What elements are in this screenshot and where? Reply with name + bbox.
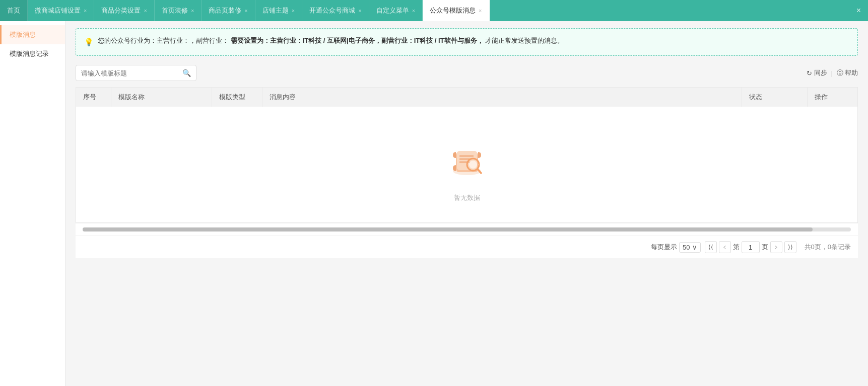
- col-name: 模版名称: [111, 88, 212, 107]
- empty-text: 暂无数据: [454, 193, 480, 202]
- nav-tab-home-decoration[interactable]: 首页装修 ×: [155, 0, 202, 21]
- nav-tab-home[interactable]: 首页: [0, 0, 28, 21]
- prev-page-button[interactable]: ﹤: [719, 241, 731, 253]
- first-page-button[interactable]: ⟨⟨: [705, 241, 717, 253]
- next-page-button[interactable]: ﹥: [770, 241, 782, 253]
- top-nav: 首页 微商城店铺设置 × 商品分类设置 × 首页装修 × 商品页装修 × 店铺主…: [0, 0, 868, 21]
- close-all-tabs-button[interactable]: ×: [849, 0, 868, 21]
- page-size-dropdown[interactable]: 50 ∨: [679, 242, 700, 253]
- notice-box: 💡 您的公众号行业为：主营行业：，副营行业： 需要设置为：主营行业：IT科技 /…: [76, 28, 858, 56]
- close-tab-category-settings[interactable]: ×: [144, 8, 147, 14]
- close-tab-product-decoration[interactable]: ×: [244, 8, 247, 14]
- sidebar: 模版消息 模版消息记录: [0, 21, 65, 386]
- col-type: 模版类型: [212, 88, 262, 107]
- data-table: 序号 模版名称 模版类型 消息内容 状态 操作: [76, 87, 858, 223]
- nav-tab-product-decoration[interactable]: 商品页装修 ×: [202, 0, 255, 21]
- scrollbar-thumb[interactable]: [83, 227, 813, 231]
- empty-state: 暂无数据: [76, 107, 857, 222]
- close-tab-template-message[interactable]: ×: [479, 8, 482, 14]
- table-header-row: 序号 模版名称 模版类型 消息内容 状态 操作: [76, 88, 858, 107]
- col-content: 消息内容: [262, 88, 742, 107]
- sidebar-item-template-msg[interactable]: 模版消息: [0, 25, 65, 44]
- help-button[interactable]: ⓪ 帮助: [837, 68, 858, 78]
- sync-button[interactable]: ↻ 同步: [807, 68, 827, 78]
- close-tab-open-mall[interactable]: ×: [358, 8, 361, 14]
- search-actions: ↻ 同步 | ⓪ 帮助: [807, 68, 858, 78]
- search-box[interactable]: 🔍: [76, 65, 196, 81]
- close-tab-home-decoration[interactable]: ×: [191, 8, 194, 14]
- close-tab-store-settings[interactable]: ×: [84, 8, 87, 14]
- content-area: 💡 您的公众号行业为：主营行业：，副营行业： 需要设置为：主营行业：IT科技 /…: [65, 21, 868, 386]
- page-navigation: ⟨⟨ ﹤ 第 页 ﹥ ⟩⟩: [705, 241, 796, 253]
- empty-state-row: 暂无数据: [76, 107, 858, 223]
- close-tab-store-theme[interactable]: ×: [292, 8, 295, 14]
- pagination: 每页显示 50 ∨ ⟨⟨ ﹤ 第 页 ﹥ ⟩⟩ 共0页，0条记录: [76, 236, 858, 258]
- nav-tab-store-theme[interactable]: 店铺主题 ×: [255, 0, 302, 21]
- search-input[interactable]: [81, 69, 182, 77]
- close-tab-custom-menu[interactable]: ×: [412, 8, 415, 14]
- svg-point-7: [469, 161, 477, 169]
- divider: |: [831, 69, 833, 77]
- notice-icon: 💡: [84, 36, 94, 48]
- nav-tab-custom-menu[interactable]: 自定义菜单 ×: [369, 0, 423, 21]
- horizontal-scrollbar[interactable]: [76, 223, 858, 236]
- main-layout: 模版消息 模版消息记录 💡 您的公众号行业为：主营行业：，副营行业： 需要设置为…: [0, 21, 868, 386]
- page-number-input[interactable]: [742, 241, 760, 253]
- nav-tab-open-mall[interactable]: 开通公众号商城 ×: [302, 0, 369, 21]
- nav-tab-store-settings[interactable]: 微商城店铺设置 ×: [28, 0, 94, 21]
- search-bar: 🔍 ↻ 同步 | ⓪ 帮助: [76, 65, 858, 81]
- chevron-down-icon: ∨: [692, 244, 697, 251]
- total-info: 共0页，0条记录: [805, 243, 851, 252]
- page-size-select: 每页显示 50 ∨: [651, 242, 700, 253]
- help-icon: ⓪: [837, 68, 843, 78]
- col-status: 状态: [742, 88, 808, 107]
- search-icon[interactable]: 🔍: [182, 69, 191, 77]
- nav-tab-template-message[interactable]: 公众号模版消息 ×: [423, 0, 489, 21]
- sync-icon: ↻: [807, 69, 812, 77]
- sidebar-item-template-msg-records[interactable]: 模版消息记录: [0, 44, 65, 63]
- empty-illustration: [442, 137, 492, 187]
- last-page-button[interactable]: ⟩⟩: [784, 241, 796, 253]
- nav-tab-category-settings[interactable]: 商品分类设置 ×: [94, 0, 154, 21]
- col-index: 序号: [76, 88, 111, 107]
- col-action: 操作: [808, 88, 858, 107]
- notice-text: 您的公众号行业为：主营行业：，副营行业： 需要设置为：主营行业：IT科技 / 互…: [98, 36, 564, 46]
- scrollbar-track: [83, 227, 851, 231]
